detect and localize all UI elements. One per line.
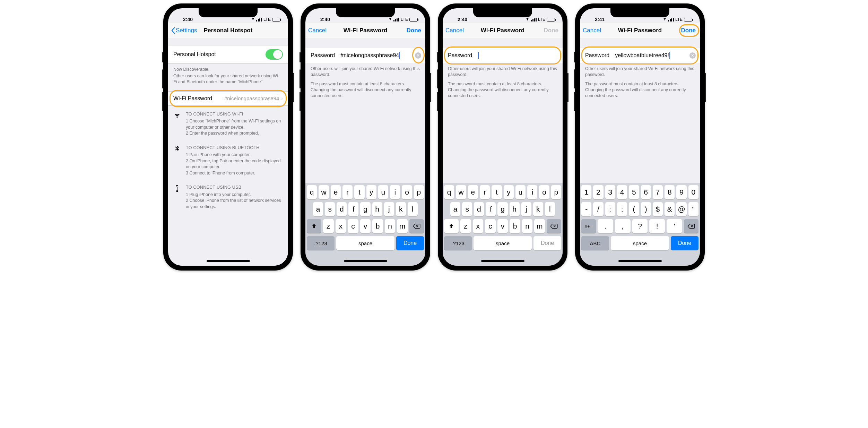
key-q[interactable]: q <box>307 185 317 199</box>
key-,[interactable]: , <box>615 219 631 233</box>
key-d[interactable]: d <box>474 202 484 216</box>
key-v[interactable]: v <box>360 219 371 233</box>
key-u[interactable]: u <box>515 185 526 199</box>
key-g[interactable]: g <box>360 202 370 216</box>
key-9[interactable]: 9 <box>676 185 686 199</box>
key-k[interactable]: k <box>533 202 543 216</box>
home-indicator[interactable] <box>580 256 700 266</box>
keyboard[interactable]: qwertyuiop asdfghjkl zxcvbnm .?123 space… <box>443 183 563 256</box>
home-indicator[interactable] <box>168 256 288 266</box>
key-m[interactable]: m <box>397 219 408 233</box>
key-x[interactable]: x <box>336 219 346 233</box>
key-z[interactable]: z <box>460 219 471 233</box>
clear-text-button[interactable]: ✕ <box>415 52 421 59</box>
cancel-button[interactable]: Cancel <box>583 27 601 34</box>
keyboard[interactable]: qwertyuiop asdfghjkl zxcvbnm .?123 space… <box>305 183 425 256</box>
key-'[interactable]: ' <box>667 219 682 233</box>
key-0[interactable]: 0 <box>688 185 698 199</box>
key-v[interactable]: v <box>497 219 508 233</box>
key-h[interactable]: h <box>372 202 382 216</box>
key-?[interactable]: ? <box>632 219 648 233</box>
key-$[interactable]: $ <box>653 202 663 216</box>
key-h[interactable]: h <box>510 202 520 216</box>
key-([interactable]: ( <box>629 202 639 216</box>
key-/[interactable]: / <box>593 202 603 216</box>
mode-123-key[interactable]: .?123 <box>444 236 472 250</box>
cancel-button[interactable]: Cancel <box>308 27 327 34</box>
key-o[interactable]: o <box>402 185 412 199</box>
wifi-password-cell[interactable]: Wi-Fi Password #nicelongpassphrase94 › <box>168 91 288 106</box>
key-u[interactable]: u <box>378 185 388 199</box>
key-6[interactable]: 6 <box>641 185 651 199</box>
space-key[interactable]: space <box>336 236 394 250</box>
key-j[interactable]: j <box>521 202 531 216</box>
home-indicator[interactable] <box>443 256 563 266</box>
password-input-cell[interactable]: Password #nicelongpassphrase94 ✕ <box>305 48 425 63</box>
key-j[interactable]: j <box>384 202 394 216</box>
keyboard-done-key[interactable]: Done <box>671 236 698 250</box>
key-y[interactable]: y <box>504 185 514 199</box>
key-s[interactable]: s <box>325 202 335 216</box>
key-a[interactable]: a <box>450 202 460 216</box>
key-t[interactable]: t <box>492 185 502 199</box>
shift-key[interactable] <box>307 219 321 233</box>
key-7[interactable]: 7 <box>653 185 663 199</box>
key-y[interactable]: y <box>366 185 376 199</box>
delete-key[interactable] <box>409 219 424 233</box>
key-t[interactable]: t <box>354 185 364 199</box>
shift-key[interactable] <box>444 219 459 233</box>
key-3[interactable]: 3 <box>605 185 615 199</box>
key-k[interactable]: k <box>396 202 406 216</box>
key-5[interactable]: 5 <box>629 185 639 199</box>
key--[interactable]: - <box>581 202 591 216</box>
key-p[interactable]: p <box>551 185 561 199</box>
delete-key[interactable] <box>547 219 561 233</box>
key-.[interactable]: . <box>598 219 613 233</box>
key-:[interactable]: : <box>605 202 615 216</box>
key-o[interactable]: o <box>539 185 549 199</box>
key-q[interactable]: q <box>444 185 454 199</box>
key-c[interactable]: c <box>485 219 496 233</box>
key-)[interactable]: ) <box>641 202 651 216</box>
key-b[interactable]: b <box>510 219 520 233</box>
key-r[interactable]: r <box>342 185 353 199</box>
key-m[interactable]: m <box>534 219 545 233</box>
key-l[interactable]: l <box>408 202 418 216</box>
mode-abc-key[interactable]: ABC <box>581 236 609 250</box>
mode-123-key[interactable]: .?123 <box>307 236 335 250</box>
key-c[interactable]: c <box>348 219 358 233</box>
password-input-cell[interactable]: Password <box>443 48 563 63</box>
key-8[interactable]: 8 <box>665 185 675 199</box>
key-n[interactable]: n <box>522 219 533 233</box>
back-button[interactable]: Settings <box>171 27 197 34</box>
key-f[interactable]: f <box>348 202 358 216</box>
key-z[interactable]: z <box>323 219 334 233</box>
key-i[interactable]: i <box>390 185 400 199</box>
mode-symbols-key[interactable]: #+= <box>581 219 596 233</box>
key-w[interactable]: w <box>319 185 329 199</box>
key-f[interactable]: f <box>486 202 496 216</box>
delete-key[interactable] <box>684 219 698 233</box>
key-4[interactable]: 4 <box>617 185 627 199</box>
key-b[interactable]: b <box>372 219 383 233</box>
key-e[interactable]: e <box>468 185 478 199</box>
toggle-switch[interactable] <box>266 49 283 60</box>
key-"[interactable]: " <box>688 202 698 216</box>
key-1[interactable]: 1 <box>581 185 591 199</box>
key-a[interactable]: a <box>313 202 323 216</box>
key-r[interactable]: r <box>480 185 490 199</box>
done-button[interactable]: Done <box>407 27 422 34</box>
key-x[interactable]: x <box>473 219 484 233</box>
key-n[interactable]: n <box>385 219 396 233</box>
key-d[interactable]: d <box>337 202 347 216</box>
cancel-button[interactable]: Cancel <box>445 27 464 34</box>
clear-text-button[interactable]: ✕ <box>689 52 696 59</box>
hotspot-toggle-cell[interactable]: Personal Hotspot <box>168 45 288 64</box>
password-input-cell[interactable]: Password yellowboatbluetree49! ✕ <box>580 48 700 63</box>
done-button[interactable]: Done <box>681 27 696 34</box>
key-@[interactable]: @ <box>676 202 686 216</box>
key-w[interactable]: w <box>456 185 466 199</box>
key-l[interactable]: l <box>545 202 555 216</box>
home-indicator[interactable] <box>305 256 425 266</box>
key-;[interactable]: ; <box>617 202 627 216</box>
